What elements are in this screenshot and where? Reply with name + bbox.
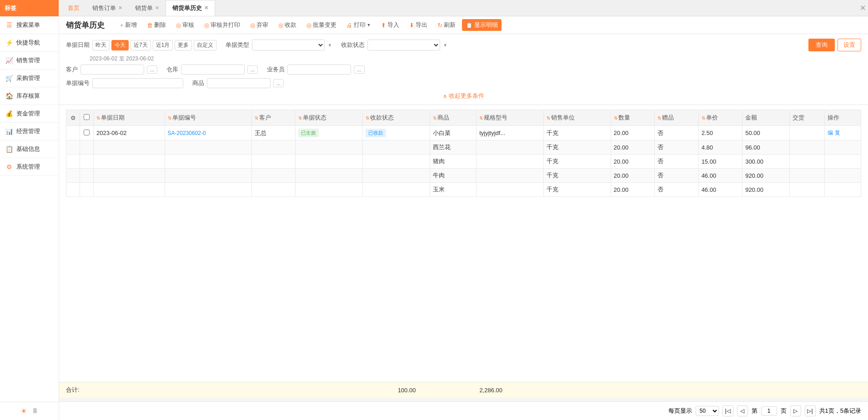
show-detail-button[interactable]: 📋 显示明细	[462, 19, 502, 31]
query-button[interactable]: 查询	[808, 39, 835, 51]
horizontal-scrollbar[interactable]	[59, 398, 868, 401]
sidebar-item-search-menu[interactable]: ☰ 搜索菜单	[0, 16, 59, 34]
customer-ellipsis-btn[interactable]: ...	[147, 65, 157, 74]
last-page-button[interactable]: ▷|	[805, 405, 816, 416]
prev-page-button[interactable]: ◁	[737, 405, 748, 416]
th-quantity[interactable]: ⇅数量	[611, 110, 655, 126]
sidebar-bottom-icon1[interactable]: ☀	[20, 407, 27, 415]
sidebar-item-stock-calc[interactable]: 🏠 库存核算	[0, 87, 59, 105]
row-checkbox-cell[interactable]	[80, 140, 94, 155]
new-button[interactable]: + 新增	[116, 19, 140, 31]
row-transaction	[790, 169, 825, 183]
warehouse-input[interactable]	[181, 65, 245, 75]
batch-change-button[interactable]: ◎ 批量变更	[303, 19, 340, 31]
row-unit: 千克	[543, 155, 611, 169]
row-doc-no[interactable]	[165, 183, 251, 197]
customer-input[interactable]	[80, 65, 144, 75]
row-checkbox[interactable]	[84, 130, 90, 135]
sort-icon: ⇅	[366, 115, 369, 120]
th-payment-status[interactable]: ⇅收款状态	[363, 110, 430, 126]
tab-sales-history-close[interactable]: ✕	[204, 5, 208, 11]
sidebar-item-quick-nav[interactable]: ⚡ 快捷导航	[0, 34, 59, 52]
th-doc-date[interactable]: ⇅单据日期	[94, 110, 165, 126]
th-doc-no[interactable]: ⇅单据编号	[165, 110, 251, 126]
sidebar-item-base-info[interactable]: 📋 基础信息	[0, 140, 59, 158]
th-customer[interactable]: ⇅客户	[251, 110, 296, 126]
row-checkbox-cell[interactable]	[80, 169, 94, 183]
tab-sales-goods[interactable]: 销货单 ✕	[129, 0, 166, 16]
row-doc-no[interactable]	[165, 155, 251, 169]
doc-type-select[interactable]	[252, 40, 325, 50]
goods-ellipsis-btn[interactable]: ...	[273, 79, 284, 87]
date-btn-yesterday[interactable]: 昨天	[92, 40, 110, 50]
row-action[interactable]: 编 复	[824, 126, 861, 140]
row-checkbox-cell[interactable]	[80, 155, 94, 169]
sidebar-item-finance-mgmt[interactable]: 💰 资金管理	[0, 105, 59, 123]
date-btn-7days[interactable]: 近7天	[130, 40, 151, 50]
row-action[interactable]	[824, 183, 861, 197]
set-button[interactable]: 设置	[838, 39, 861, 51]
first-page-button[interactable]: |◁	[722, 405, 733, 416]
edit-link[interactable]: 编	[828, 130, 833, 136]
audit-print-button[interactable]: ◎ 审核并打印	[201, 19, 244, 31]
receive-button[interactable]: ◎ 收款	[275, 19, 300, 31]
row-doc-no[interactable]: SA-20230602-0	[165, 126, 251, 140]
th-goods[interactable]: ⇅商品	[430, 110, 476, 126]
date-btn-custom[interactable]: 自定义	[194, 40, 216, 50]
next-page-button[interactable]: ▷	[790, 405, 801, 416]
import-button[interactable]: ⬆ 导入	[377, 19, 403, 31]
th-checkbox[interactable]	[80, 110, 94, 126]
row-unit: 千克	[543, 126, 611, 140]
row-action[interactable]	[824, 169, 861, 183]
row-checkbox-cell[interactable]	[80, 183, 94, 197]
th-action: 操作	[824, 110, 861, 126]
audit-button[interactable]: ◎ 审核	[172, 19, 198, 31]
tab-home[interactable]: 首页	[61, 0, 86, 16]
tab-sales-goods-close[interactable]: ✕	[155, 5, 159, 11]
page-input[interactable]	[761, 406, 777, 415]
date-btn-more[interactable]: 更多	[175, 40, 192, 50]
row-checkbox-cell[interactable]	[80, 126, 94, 140]
tab-sales-history[interactable]: 销货单历史 ✕	[166, 0, 215, 16]
th-doc-status[interactable]: ⇅单据状态	[296, 110, 363, 126]
th-spec[interactable]: ⇅规格型号	[477, 110, 544, 126]
export-button[interactable]: ⬇ 导出	[406, 19, 431, 31]
goods-input[interactable]	[207, 78, 271, 88]
th-gift[interactable]: ⇅赠品	[655, 110, 699, 126]
tab-sales-order-close[interactable]: ✕	[118, 5, 122, 11]
date-btn-1month[interactable]: 近1月	[153, 40, 173, 50]
sidebar-bottom-icon2[interactable]: ⏸	[31, 407, 39, 415]
date-btn-today[interactable]: 今天	[111, 40, 129, 50]
sidebar-item-sales-mgmt[interactable]: 📈 销售管理	[0, 52, 59, 70]
row-action[interactable]	[824, 140, 861, 155]
abandon-button[interactable]: ◎ 弃审	[246, 19, 272, 31]
select-all-checkbox[interactable]	[84, 114, 90, 120]
row-action[interactable]	[824, 155, 861, 169]
th-settings[interactable]: ⚙	[66, 110, 80, 126]
footer-total-quantity: 100.00	[398, 387, 416, 394]
row-doc-no[interactable]	[165, 169, 251, 183]
sidebar-item-ops-mgmt[interactable]: 📊 经营管理	[0, 123, 59, 140]
print-button[interactable]: 🖨 打印 ▼	[343, 19, 375, 31]
sidebar-item-purchase-mgmt[interactable]: 🛒 采购管理	[0, 70, 59, 87]
row-settings-cell	[66, 126, 80, 140]
delete-button[interactable]: 🗑 删除	[143, 19, 170, 31]
payment-status-select[interactable]	[367, 40, 440, 50]
th-unit-price[interactable]: ⇅单价	[698, 110, 743, 126]
doc-no-input[interactable]	[92, 78, 183, 88]
warehouse-ellipsis-btn[interactable]: ...	[247, 65, 258, 74]
tab-sales-order[interactable]: 销售订单 ✕	[86, 0, 129, 16]
row-doc-no[interactable]	[165, 140, 251, 155]
window-close-button[interactable]: ✕	[860, 4, 866, 12]
copy-link[interactable]: 复	[835, 130, 840, 136]
delete-icon: 🗑	[147, 22, 153, 29]
doc-no-link[interactable]: SA-20230602-0	[168, 130, 206, 136]
collapse-button[interactable]: ∧ 收起更多条件	[443, 92, 484, 100]
per-page-select[interactable]: 50 20 100	[696, 406, 719, 416]
staff-ellipsis-btn[interactable]: ...	[354, 65, 364, 74]
staff-input[interactable]	[287, 65, 351, 75]
sort-icon: ⇅	[255, 115, 258, 120]
refresh-button[interactable]: ↻ 刷新	[434, 19, 459, 31]
th-unit[interactable]: ⇅销售单位	[543, 110, 611, 126]
sidebar-item-sys-mgmt[interactable]: ⚙ 系统管理	[0, 158, 59, 176]
